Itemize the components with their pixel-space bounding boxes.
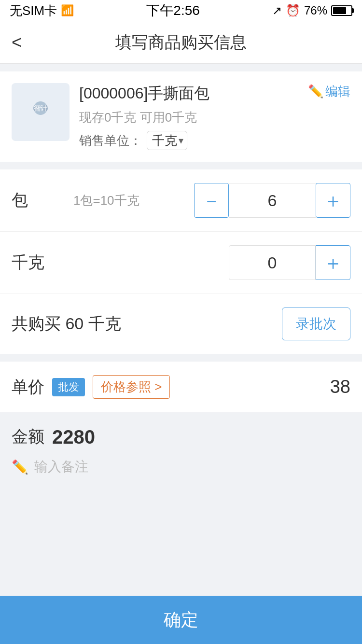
amount-value: 2280 xyxy=(52,426,95,448)
product-card: 智计 [0000006]手撕面包 ✏️ 编辑 现存0千克 可用0千克 销售单位：… xyxy=(0,71,362,162)
price-label: 单价 xyxy=(12,376,44,398)
pack-qty-input[interactable] xyxy=(229,183,316,218)
total-text: 共购买 60 千克 xyxy=(12,313,121,335)
nav-bar: < 填写商品购买信息 xyxy=(0,21,362,64)
amount-row: 金额 2280 xyxy=(12,426,350,448)
status-left: 无SIM卡 📶 xyxy=(10,2,74,19)
price-value: 38 xyxy=(330,377,350,397)
record-batch-button[interactable]: 录批次 xyxy=(282,308,350,340)
quantity-section: 包 1包=10千克 － ＋ 千克 ＋ 共购买 60 千克 录批次 xyxy=(0,169,362,354)
price-section: 单价 批发 价格参照 > 38 xyxy=(0,362,362,412)
svg-text:智计: 智计 xyxy=(33,104,48,112)
pack-minus-button[interactable]: － xyxy=(194,183,229,218)
pack-qty-row: 包 1包=10千克 － ＋ xyxy=(0,169,362,232)
price-tag-badge: 批发 xyxy=(52,378,85,396)
carrier-text: 无SIM卡 xyxy=(10,2,57,19)
product-header: [0000006]手撕面包 ✏️ 编辑 xyxy=(79,83,350,109)
edit-icon: ✏️ xyxy=(308,84,323,99)
alarm-icon: ⏰ xyxy=(286,4,300,17)
product-unit-row: 销售单位： 千克 包 xyxy=(79,131,350,150)
kg-label: 千克 xyxy=(12,252,70,274)
pack-qty-controls: － ＋ xyxy=(194,183,350,218)
battery-bar xyxy=(331,5,352,16)
confirm-button[interactable]: 确定 xyxy=(0,596,362,644)
total-row: 共购买 60 千克 录批次 xyxy=(0,294,362,354)
price-row: 单价 批发 价格参照 > 38 xyxy=(12,375,350,399)
total-amount: 60 xyxy=(65,314,84,333)
pack-plus-button[interactable]: ＋ xyxy=(316,183,350,218)
page-title: 填写商品购买信息 xyxy=(115,31,247,54)
pencil-icon: ✏️ xyxy=(12,459,28,475)
price-ref-button[interactable]: 价格参照 > xyxy=(93,375,170,399)
edit-label: 编辑 xyxy=(325,83,350,100)
back-button[interactable]: < xyxy=(12,32,22,53)
wifi-icon: 📶 xyxy=(61,4,74,17)
note-row[interactable]: ✏️ 输入备注 xyxy=(12,458,350,476)
pack-hint: 1包=10千克 xyxy=(73,192,194,209)
note-placeholder[interactable]: 输入备注 xyxy=(34,458,88,476)
battery-percent: 76% xyxy=(304,4,327,17)
product-image: 智计 xyxy=(12,83,70,141)
status-time: 下午2:56 xyxy=(146,1,200,20)
product-name: [0000006]手撕面包 xyxy=(79,83,209,104)
amount-section: 金额 2280 ✏️ 输入备注 xyxy=(0,412,362,490)
kg-qty-row: 千克 ＋ xyxy=(0,232,362,294)
product-info: [0000006]手撕面包 ✏️ 编辑 现存0千克 可用0千克 销售单位： 千克… xyxy=(79,83,350,150)
status-right: ↗ ⏰ 76% xyxy=(272,4,352,17)
pack-label: 包 xyxy=(12,189,70,211)
kg-qty-input[interactable] xyxy=(229,245,316,280)
total-prefix: 共购买 xyxy=(12,314,61,333)
status-bar: 无SIM卡 📶 下午2:56 ↗ ⏰ 76% xyxy=(0,0,362,21)
product-logo-icon: 智计 xyxy=(26,98,55,126)
unit-label: 销售单位： xyxy=(79,132,142,149)
unit-select-wrapper[interactable]: 千克 包 xyxy=(147,131,187,150)
amount-label: 金额 xyxy=(12,426,44,448)
unit-select[interactable]: 千克 包 xyxy=(147,131,187,150)
edit-button[interactable]: ✏️ 编辑 xyxy=(308,83,350,100)
total-unit: 千克 xyxy=(88,314,121,333)
kg-qty-controls: ＋ xyxy=(229,245,350,280)
location-icon: ↗ xyxy=(272,4,282,17)
product-stock: 现存0千克 可用0千克 xyxy=(79,109,350,126)
battery-fill xyxy=(333,7,346,14)
kg-plus-button[interactable]: ＋ xyxy=(316,245,350,280)
